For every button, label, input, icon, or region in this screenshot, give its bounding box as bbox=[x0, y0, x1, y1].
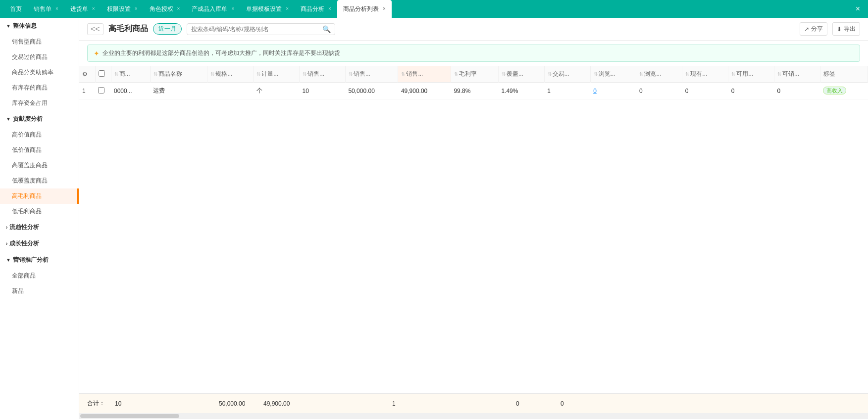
sidebar-item-traded-goods[interactable]: 交易过的商品 bbox=[0, 49, 79, 65]
cell-sales-qty: 10 bbox=[300, 83, 346, 99]
arrow-icon-trend: › bbox=[6, 225, 7, 230]
nav-item-analysis-list[interactable]: 商品分析列表 × bbox=[337, 0, 392, 18]
col-gross-margin[interactable]: ⇅毛利率 bbox=[451, 66, 498, 83]
filter-button[interactable]: 近一月 bbox=[153, 23, 182, 35]
col-available[interactable]: ⇅可用... bbox=[728, 66, 774, 83]
nav-item-roles[interactable]: 角色授权 × bbox=[144, 0, 186, 18]
share-icon: ↗ bbox=[804, 26, 809, 33]
nav-close-permissions[interactable]: × bbox=[135, 0, 138, 18]
col-sellable[interactable]: ⇅可销... bbox=[774, 66, 820, 83]
arrow-icon-marketing: ▼ bbox=[6, 257, 11, 263]
search-icon[interactable]: 🔍 bbox=[322, 25, 331, 33]
export-icon: ⬇ bbox=[837, 26, 842, 33]
data-table: ⚙ ⇅商... ⇅商品名称 ⇅规格... bbox=[79, 66, 868, 99]
footer-transaction: 1 bbox=[392, 400, 432, 407]
sidebar-section-overall[interactable]: ▼ 整体信息 bbox=[0, 18, 79, 34]
sidebar-item-low-margin[interactable]: 低毛利商品 bbox=[0, 204, 79, 219]
sidebar-section-growth[interactable]: › 成长性分析 bbox=[0, 235, 79, 252]
col-browse1[interactable]: ⇅浏览... bbox=[590, 66, 636, 83]
cell-spec bbox=[207, 83, 254, 99]
sidebar-item-sales-goods[interactable]: 销售型商品 bbox=[0, 34, 79, 49]
sidebar: ▼ 整体信息 销售型商品 交易过的商品 商品分类助购率 有库存的商品 库存资金占… bbox=[0, 18, 79, 419]
footer-sales-amount: 50,000.00 bbox=[219, 400, 258, 407]
sidebar-item-low-coverage[interactable]: 低覆盖度商品 bbox=[0, 173, 79, 188]
cell-browse1[interactable]: 0 bbox=[590, 83, 636, 99]
nav-close-sales[interactable]: × bbox=[55, 0, 58, 18]
col-sales-amount[interactable]: ⇅销售... bbox=[345, 66, 398, 83]
table-row: 1 0000... 运费 个 10 50,000.00 49,900.00 99… bbox=[79, 83, 868, 99]
cell-available: 0 bbox=[728, 83, 774, 99]
row-checkbox[interactable] bbox=[98, 87, 104, 93]
cell-sellable: 0 bbox=[774, 83, 820, 99]
cell-code: 0000... bbox=[111, 83, 150, 99]
cell-sales-profit: 49,900.00 bbox=[398, 83, 451, 99]
sidebar-section-trend[interactable]: › 流趋性分析 bbox=[0, 219, 79, 235]
sidebar-item-category-rate[interactable]: 商品分类助购率 bbox=[0, 65, 79, 80]
content-area: << 高毛利商品 近一月 🔍 ↗ 分享 ⬇ 导出 ✦ 企业的主要的利润都是这部分… bbox=[79, 18, 868, 419]
cell-gross-margin: 99.8% bbox=[451, 83, 498, 99]
col-checkbox[interactable] bbox=[95, 66, 111, 83]
col-code[interactable]: ⇅商... bbox=[111, 66, 150, 83]
sidebar-item-high-value[interactable]: 高价值商品 bbox=[0, 127, 79, 142]
sidebar-item-new-goods[interactable]: 新品 bbox=[0, 283, 79, 299]
col-browse2[interactable]: ⇅浏览... bbox=[636, 66, 682, 83]
footer-empty1 bbox=[308, 400, 387, 407]
top-nav: 首页 销售单 × 进货单 × 权限设置 × 角色授权 × 产成品入库单 × 单据… bbox=[0, 0, 868, 18]
nav-close-purchase[interactable]: × bbox=[92, 0, 95, 18]
nav-close-analysis[interactable]: × bbox=[328, 0, 331, 18]
col-settings[interactable]: ⚙ bbox=[79, 66, 95, 83]
cell-current-stock: 0 bbox=[682, 83, 728, 99]
col-unit[interactable]: ⇅计量... bbox=[254, 66, 300, 83]
content-header: << 高毛利商品 近一月 🔍 ↗ 分享 ⬇ 导出 bbox=[79, 18, 868, 41]
nav-item-inbound[interactable]: 产成品入库单 × bbox=[186, 0, 240, 18]
col-current-stock[interactable]: ⇅现有... bbox=[682, 66, 728, 83]
nav-close-inbound[interactable]: × bbox=[231, 0, 234, 18]
nav-item-template[interactable]: 单据模板设置 × bbox=[240, 0, 295, 18]
cell-tag: 高收入 bbox=[820, 83, 868, 99]
sidebar-section-marketing[interactable]: ▼ 营销推广分析 bbox=[0, 252, 79, 268]
info-banner: ✦ 企业的主要的利润都是这部分商品创造的，可考虑加大推广，同时关注库存是不要出现… bbox=[87, 45, 860, 62]
search-box: 🔍 bbox=[187, 23, 335, 35]
nav-item-sales[interactable]: 销售单 × bbox=[28, 0, 64, 18]
sidebar-item-low-value[interactable]: 低价值商品 bbox=[0, 142, 79, 158]
col-spec[interactable]: ⇅规格... bbox=[207, 66, 254, 83]
col-coverage[interactable]: ⇅覆盖... bbox=[498, 66, 544, 83]
cell-checkbox[interactable] bbox=[95, 83, 111, 99]
col-transaction[interactable]: ⇅交易... bbox=[544, 66, 590, 83]
horizontal-scrollbar[interactable] bbox=[79, 413, 868, 419]
export-button[interactable]: ⬇ 导出 bbox=[832, 22, 860, 36]
table-footer: 合计： 10 50,000.00 49,900.00 1 0 0 bbox=[79, 393, 868, 413]
sidebar-collapse-button[interactable]: << bbox=[87, 23, 103, 35]
sidebar-item-high-coverage[interactable]: 高覆盖度商品 bbox=[0, 158, 79, 173]
nav-item-permissions[interactable]: 权限设置 × bbox=[101, 0, 144, 18]
sidebar-item-in-stock[interactable]: 有库存的商品 bbox=[0, 80, 79, 95]
nav-item-home[interactable]: 首页 bbox=[4, 0, 28, 18]
search-input[interactable] bbox=[191, 26, 322, 33]
footer-sales-qty: 10 bbox=[115, 400, 214, 407]
table-header-row: ⚙ ⇅商... ⇅商品名称 ⇅规格... bbox=[79, 66, 868, 83]
nav-close-analysis-list[interactable]: × bbox=[383, 0, 386, 18]
footer-empty2 bbox=[437, 400, 511, 407]
cell-coverage: 1.49% bbox=[498, 83, 544, 99]
sidebar-section-contribution[interactable]: ▼ 贡献度分析 bbox=[0, 111, 79, 127]
nav-close-roles[interactable]: × bbox=[177, 0, 180, 18]
info-icon: ✦ bbox=[94, 49, 100, 57]
scroll-thumb[interactable] bbox=[80, 414, 179, 418]
nav-close-all[interactable]: × bbox=[852, 4, 864, 13]
cell-index: 1 bbox=[79, 83, 95, 99]
col-name[interactable]: ⇅商品名称 bbox=[150, 66, 207, 83]
sidebar-item-stock-capital[interactable]: 库存资金占用 bbox=[0, 95, 79, 111]
col-sales-qty[interactable]: ⇅销售... bbox=[300, 66, 346, 83]
share-button[interactable]: ↗ 分享 bbox=[800, 22, 827, 36]
nav-close-template[interactable]: × bbox=[286, 0, 289, 18]
nav-item-purchase[interactable]: 进货单 × bbox=[64, 0, 101, 18]
nav-item-analysis[interactable]: 商品分析 × bbox=[295, 0, 337, 18]
col-tag[interactable]: 标签 bbox=[820, 66, 868, 83]
sidebar-item-all-goods[interactable]: 全部商品 bbox=[0, 268, 79, 283]
arrow-icon-growth: › bbox=[6, 241, 7, 246]
footer-values: 10 50,000.00 49,900.00 1 0 0 bbox=[115, 400, 860, 407]
sidebar-item-high-margin[interactable]: 高毛利商品 bbox=[0, 188, 79, 204]
col-sales-profit[interactable]: ⇅销售... bbox=[398, 66, 451, 83]
select-all-checkbox[interactable] bbox=[99, 70, 105, 77]
cell-unit: 个 bbox=[254, 83, 300, 99]
